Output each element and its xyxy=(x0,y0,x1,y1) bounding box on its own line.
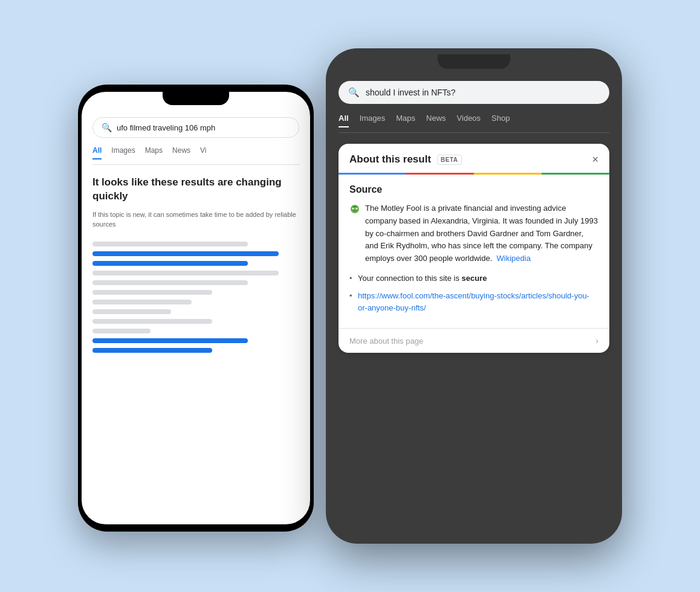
about-card: About this result BETA × Source xyxy=(339,144,609,353)
front-tabs-row: All Images Maps News Videos Shop xyxy=(339,114,609,133)
front-search-query: should I invest in NFTs? xyxy=(366,88,456,97)
source-body: The Motley Fool is a private financial a… xyxy=(349,202,598,265)
back-phone: 🔍 ufo filmed traveling 106 mph All Image… xyxy=(78,85,314,532)
skel-6 xyxy=(92,290,212,295)
front-search-bar[interactable]: 🔍 should I invest in NFTs? xyxy=(339,81,609,104)
svg-point-2 xyxy=(356,208,358,210)
skel-12 xyxy=(92,348,212,353)
back-phone-content: 🔍 ufo filmed traveling 106 mph All Image… xyxy=(82,92,310,360)
svg-point-0 xyxy=(351,205,359,213)
svg-point-1 xyxy=(352,208,354,210)
search-icon: 🔍 xyxy=(102,123,112,132)
tab-all-back[interactable]: All xyxy=(92,146,102,159)
bullet-dot-2: • xyxy=(349,290,354,314)
back-search-query: ufo filmed traveling 106 mph xyxy=(117,123,215,132)
wikipedia-link[interactable]: Wikipedia xyxy=(497,254,531,263)
skeleton-lines xyxy=(92,242,299,353)
more-about-label: More about this page xyxy=(349,336,423,346)
source-url-link[interactable]: https://www.fool.com/the-ascent/buying-s… xyxy=(358,290,598,314)
result-heading: It looks like these results are changing… xyxy=(92,176,299,204)
tab-maps-back[interactable]: Maps xyxy=(145,146,163,159)
bullet-url: • https://www.fool.com/the-ascent/buying… xyxy=(349,290,598,314)
skel-11 xyxy=(92,338,248,343)
source-section: Source xyxy=(339,175,609,323)
about-title: About this result xyxy=(349,153,431,166)
tab-images-back[interactable]: Images xyxy=(111,146,135,159)
about-title-group: About this result BETA xyxy=(349,153,462,166)
skel-4 xyxy=(92,271,279,275)
chevron-right-icon: › xyxy=(595,336,598,346)
tab-shop-front[interactable]: Shop xyxy=(491,114,510,127)
skel-2 xyxy=(92,251,279,256)
tab-news-front[interactable]: News xyxy=(426,114,446,127)
skel-3 xyxy=(92,261,248,266)
front-phone: 🔍 should I invest in NFTs? All Images Ma… xyxy=(326,48,622,544)
bullet-list: • Your connection to this site is secure… xyxy=(349,272,598,314)
skel-8 xyxy=(92,309,171,314)
source-label: Source xyxy=(349,184,598,195)
skel-9 xyxy=(92,319,212,324)
tab-maps-front[interactable]: Maps xyxy=(396,114,415,127)
more-about-row[interactable]: More about this page › xyxy=(339,328,609,353)
skel-7 xyxy=(92,300,192,304)
beta-badge: BETA xyxy=(437,155,461,165)
back-phone-screen: 🔍 ufo filmed traveling 106 mph All Image… xyxy=(82,92,310,524)
skel-10 xyxy=(92,329,151,333)
scene: 🔍 ufo filmed traveling 106 mph All Image… xyxy=(78,48,622,544)
search-icon-dark: 🔍 xyxy=(348,87,360,98)
motley-fool-icon xyxy=(349,204,360,214)
about-card-header: About this result BETA × xyxy=(339,144,609,173)
source-description: The Motley Fool is a private financial a… xyxy=(365,202,598,265)
front-phone-content: 🔍 should I invest in NFTs? All Images Ma… xyxy=(329,54,619,360)
front-phone-screen: 🔍 should I invest in NFTs? All Images Ma… xyxy=(329,54,619,538)
tab-vi-back[interactable]: Vi xyxy=(200,146,206,159)
back-phone-notch xyxy=(163,92,229,105)
skel-1 xyxy=(92,242,248,246)
bullet-dot-1: • xyxy=(349,272,354,285)
tab-images-front[interactable]: Images xyxy=(360,114,386,127)
close-button[interactable]: × xyxy=(592,154,598,165)
tab-news-back[interactable]: News xyxy=(172,146,190,159)
back-search-bar[interactable]: 🔍 ufo filmed traveling 106 mph xyxy=(92,117,299,138)
front-phone-notch xyxy=(438,54,510,69)
bullet-secure: • Your connection to this site is secure xyxy=(349,272,598,285)
bullet-text-secure: Your connection to this site is secure xyxy=(358,272,487,285)
tab-videos-front[interactable]: Videos xyxy=(457,114,481,127)
tab-all-front[interactable]: All xyxy=(339,114,349,127)
back-tabs-row: All Images Maps News Vi xyxy=(92,146,299,165)
result-subtext: If this topic is new, it can sometimes t… xyxy=(92,210,299,230)
skel-5 xyxy=(92,280,248,285)
